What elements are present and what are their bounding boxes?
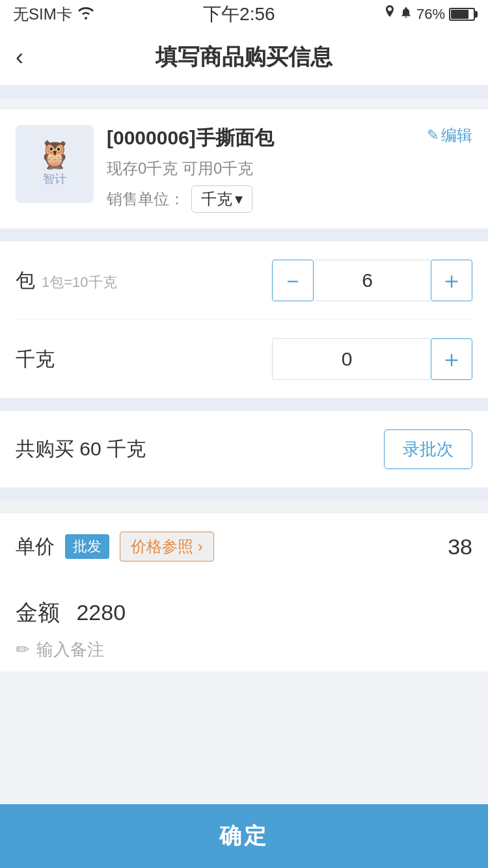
- product-card: 🦉 智计 [0000006]手撕面包 现存0千克 可用0千克 销售单位： 千克 …: [0, 109, 488, 228]
- chevron-down-icon: ▾: [235, 190, 243, 208]
- kg-label: 千克: [16, 346, 55, 373]
- bag-minus-button[interactable]: －: [272, 260, 314, 301]
- status-right: 76%: [384, 5, 475, 23]
- unit-select[interactable]: 千克 ▾: [191, 185, 252, 213]
- kg-plus-button[interactable]: ＋: [431, 338, 472, 380]
- product-stock: 现存0千克 可用0千克: [107, 158, 472, 179]
- price-tag: 批发: [65, 534, 109, 559]
- kg-quantity-row: 千克 ＋: [16, 320, 472, 398]
- amount-row: 金额 2280: [16, 598, 472, 628]
- batch-button[interactable]: 录批次: [384, 429, 472, 469]
- product-thumbnail: 🦉 智计: [16, 125, 94, 203]
- bag-qty-input[interactable]: [314, 260, 431, 301]
- mid-divider-3: [0, 487, 488, 500]
- kg-qty-control: ＋: [272, 338, 472, 380]
- bag-quantity-row: 包 1包=10千克 － ＋: [16, 241, 472, 320]
- edit-icon: ✎: [427, 127, 439, 144]
- status-time: 下午2:56: [203, 2, 275, 27]
- status-bar: 无SIM卡 下午2:56 76%: [0, 0, 488, 29]
- status-left: 无SIM卡: [13, 4, 94, 25]
- mid-divider-2: [0, 398, 488, 411]
- back-button[interactable]: ‹: [16, 44, 23, 71]
- bag-qty-control: － ＋: [272, 260, 472, 301]
- price-label: 单价: [16, 534, 55, 560]
- carrier-label: 无SIM卡: [13, 4, 72, 25]
- remark-placeholder: 输入备注: [36, 638, 104, 661]
- product-info: [0000006]手撕面包 现存0千克 可用0千克 销售单位： 千克 ▾: [107, 125, 472, 213]
- bag-label: 包 1包=10千克: [16, 267, 117, 294]
- page-title: 填写商品购买信息: [156, 42, 332, 72]
- top-divider: [0, 86, 488, 99]
- amount-value: 2280: [70, 600, 126, 625]
- confirm-label: 确定: [219, 821, 269, 851]
- bag-plus-button[interactable]: ＋: [431, 260, 472, 301]
- confirm-button[interactable]: 确定: [0, 804, 488, 868]
- pencil-icon: ✏: [16, 640, 30, 660]
- bag-hint: 1包=10千克: [42, 273, 117, 292]
- wifi-icon: [77, 5, 94, 23]
- summary-text: 共购买 60 千克: [16, 436, 146, 463]
- product-name: [0000006]手撕面包: [107, 125, 472, 152]
- nav-bar: ‹ 填写商品购买信息: [0, 29, 488, 86]
- edit-button[interactable]: ✎ 编辑: [427, 125, 472, 146]
- product-unit-row: 销售单位： 千克 ▾: [107, 185, 472, 213]
- unit-label: 销售单位：: [107, 189, 185, 210]
- quantity-section: 包 1包=10千克 － ＋ 千克 ＋: [0, 241, 488, 398]
- remark-row[interactable]: ✏ 输入备注: [16, 638, 472, 661]
- product-logo-icon: 🦉: [38, 141, 72, 169]
- kg-qty-input[interactable]: [272, 338, 431, 380]
- product-logo-label: 智计: [43, 171, 66, 187]
- amount-section: 金额 2280 ✏ 输入备注: [0, 580, 488, 671]
- battery-icon: [449, 8, 475, 21]
- price-section: 单价 批发 价格参照 › 38: [0, 513, 488, 580]
- location-icon: [384, 5, 396, 23]
- alarm-icon: [400, 5, 413, 23]
- mid-divider-1: [0, 228, 488, 241]
- price-ref-button[interactable]: 价格参照 ›: [120, 532, 214, 562]
- summary-section: 共购买 60 千克 录批次: [0, 411, 488, 487]
- price-value: 38: [448, 534, 472, 560]
- battery-percentage: 76%: [416, 6, 445, 23]
